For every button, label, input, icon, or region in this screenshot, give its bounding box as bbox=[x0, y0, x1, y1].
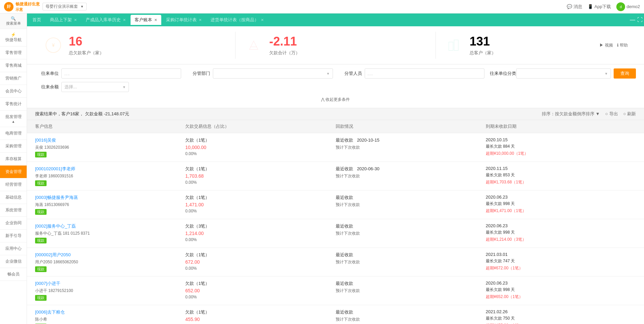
debt-info-1: 欠款（1笔） 1,703.68 0.00% bbox=[185, 166, 335, 185]
sidebar-item-inventory[interactable]: 库存核算 bbox=[0, 153, 27, 166]
message-button[interactable]: 💬 消息 bbox=[567, 4, 582, 10]
debt-amount-2[interactable]: 1,471.00 bbox=[185, 202, 335, 207]
debt-count-2: 欠款（1笔） bbox=[185, 195, 335, 201]
data-table: 客户信息 欠款交易信息（占比） 回款情况 到期未收款日期 [0016]吴俊 吴俊… bbox=[27, 120, 644, 324]
due-days-2: 最长欠款 998 天 bbox=[486, 201, 636, 207]
sidebar-item-members[interactable]: 会员中心 bbox=[0, 85, 27, 98]
top-bar-left: 好 畅捷通好生意 示意 母婴行业演示账套 ▼ bbox=[4, 1, 87, 12]
person-input[interactable]: ... bbox=[365, 68, 484, 79]
due-days-6: 最长欠款 750 天 bbox=[486, 316, 636, 321]
sidebar-item-batch-mgmt[interactable]: 批发管理 ▲ bbox=[0, 111, 27, 127]
help-button[interactable]: ℹ 帮助 bbox=[617, 42, 628, 48]
sidebar-item-marketing[interactable]: 营销推广 bbox=[0, 72, 27, 85]
table-row: [0002]服务中心_丁磊 服务中心_丁磊 181 0125 8371 现款 欠… bbox=[27, 219, 644, 248]
sidebar-item-retail-stats[interactable]: 零售统计 bbox=[0, 98, 27, 111]
supplier-input[interactable]: ... bbox=[61, 68, 181, 79]
due-overdue-2[interactable]: 超期¥1,471.00（1笔） bbox=[486, 208, 636, 214]
customer-name-5[interactable]: [0007]小进干 bbox=[35, 281, 185, 287]
view-video-button[interactable]: ▶ 视频 bbox=[599, 42, 613, 48]
debt-amount-4[interactable]: 672.00 bbox=[185, 259, 335, 265]
sidebar-item-retail-store[interactable]: 零售商城 bbox=[0, 59, 27, 72]
user-menu[interactable]: d demo2 bbox=[616, 2, 640, 11]
tab-incoming-stats[interactable]: 进货单统计表（按商品） ✕ bbox=[206, 15, 268, 25]
query-button[interactable]: 查询 bbox=[614, 68, 636, 79]
sidebar-item-system[interactable]: 系统管理 bbox=[0, 204, 27, 217]
customer-name-0[interactable]: [0016]吴俊 bbox=[35, 137, 185, 143]
tab-close-product-history[interactable]: ✕ bbox=[123, 18, 126, 22]
sidebar-item-basic-info[interactable]: 基础信息 bbox=[0, 191, 27, 204]
due-overdue-0[interactable]: 超期¥10,000.00（1笔） bbox=[486, 151, 636, 156]
recovery-last-3: 最近收款 bbox=[336, 223, 486, 229]
debt-customers-label: 总欠款客户（家） bbox=[69, 50, 104, 56]
collapse-filters-button[interactable]: ⋀ 收起更多条件 bbox=[35, 95, 636, 104]
sidebar-item-finance[interactable]: 资金管理 bbox=[0, 166, 27, 178]
sidebar-item-enterprise[interactable]: 企业协同 bbox=[0, 217, 27, 230]
sidebar-item-operations[interactable]: 经营管理 bbox=[0, 178, 27, 191]
sidebar-item-purchase[interactable]: 采购管理 bbox=[0, 140, 27, 153]
sidebar-item-quick-nav[interactable]: ⚡ 快捷导航 bbox=[0, 29, 27, 47]
export-button[interactable]: ○ 导出 bbox=[605, 111, 618, 117]
summary-cards: ¥ 16 总欠款客户（家） bbox=[27, 26, 644, 64]
customer-info-1: [0001020001]李老师 李老师 18600391516 现款 bbox=[35, 166, 185, 186]
customer-name-3[interactable]: [0002]服务中心_丁磊 bbox=[35, 223, 185, 229]
sidebar-item-changhui[interactable]: 畅会员 bbox=[0, 268, 27, 281]
debt-percent-5: 0.00% bbox=[185, 295, 335, 299]
card-actions: ▶ 视频 ℹ 帮助 bbox=[599, 42, 628, 48]
tab-customer-account[interactable]: 客户账本 ✕ bbox=[131, 15, 161, 25]
filter-balance: 往来余额 选择... ▼ bbox=[35, 82, 636, 92]
due-days-4: 最长欠款 747 天 bbox=[486, 258, 636, 264]
customer-name-6[interactable]: [0006]去下粮仓 bbox=[35, 309, 185, 315]
debt-amount-3[interactable]: 1,214.00 bbox=[185, 231, 335, 236]
sidebar-item-ecommerce[interactable]: 电商管理 bbox=[0, 127, 27, 140]
table-row: [0003]畅捷服务尹海蒸 海蒸 18513066976 现款 欠款（1笔） 1… bbox=[27, 190, 644, 219]
tab-close-product-status[interactable]: ✕ bbox=[74, 18, 77, 22]
app-download-button[interactable]: 📱 App下载 bbox=[588, 4, 611, 10]
recovery-info-2: 最近收款 预计下次收款 bbox=[336, 195, 486, 208]
tab-close-incoming-stats[interactable]: ✕ bbox=[261, 18, 264, 22]
sidebar-search[interactable]: 🔍 搜索菜单 bbox=[0, 13, 27, 29]
tab-purchase-order[interactable]: 采购订单统计表 ✕ bbox=[162, 15, 206, 25]
tab-product-status[interactable]: 商品上下架 ✕ bbox=[46, 15, 81, 25]
customer-name-4[interactable]: [000002]用户2050 bbox=[35, 252, 185, 258]
balance-select[interactable]: 选择... ▼ bbox=[61, 82, 129, 92]
due-overdue-5[interactable]: 超期¥652.00（1笔） bbox=[486, 294, 636, 300]
due-overdue-6[interactable]: 超期¥455.90（1笔） bbox=[486, 323, 636, 324]
due-overdue-3[interactable]: 超期¥1,214.00（3笔） bbox=[486, 237, 636, 242]
sidebar-item-new-guide[interactable]: 新手引导 bbox=[0, 230, 27, 242]
sidebar-item-app-center[interactable]: 应用中心 bbox=[0, 242, 27, 255]
sidebar-item-enterprise-wechat[interactable]: 企业微信 bbox=[0, 255, 27, 268]
refresh-button[interactable]: ○ 刷新 bbox=[623, 111, 636, 117]
customer-phone-1: 李老师 18600391516 bbox=[35, 173, 185, 179]
tab-maximize-icon[interactable]: ⛶ bbox=[637, 17, 643, 23]
category-chevron-icon: ▼ bbox=[605, 72, 608, 76]
company-selector[interactable]: 母婴行业演示账套 ▼ bbox=[43, 3, 87, 10]
debt-percent-1: 0.00% bbox=[185, 180, 335, 185]
due-date-info-5: 2020.06.23 最长欠款 998 天 超期¥652.00（1笔） bbox=[486, 281, 636, 300]
customer-info-5: [0007]小进干 小进干 18279152100 现款 bbox=[35, 281, 185, 301]
tab-bar-actions: — ⛶ bbox=[630, 17, 643, 23]
help-icon: ℹ bbox=[617, 43, 619, 48]
debt-amount-1[interactable]: 1,703.68 bbox=[185, 173, 335, 179]
customer-tag-4: 现款 bbox=[35, 266, 47, 272]
tab-close-customer-account[interactable]: ✕ bbox=[154, 18, 157, 22]
tab-product-history[interactable]: 产成品入库单历史 ✕ bbox=[82, 15, 130, 25]
recovery-last-4: 最近收款 bbox=[336, 252, 486, 258]
customer-name-1[interactable]: [0001020001]李老师 bbox=[35, 166, 185, 172]
sort-button[interactable]: 排序：按欠款金额倒序排序 ▼ bbox=[542, 111, 600, 117]
tab-minimize-icon[interactable]: — bbox=[630, 17, 635, 23]
summary-card-debt-total: -2.11 欠款合计（万） bbox=[235, 32, 436, 59]
dept-select[interactable]: ▼ bbox=[213, 68, 333, 79]
due-date-info-6: 2021.02.26 最长欠款 750 天 超期¥455.90（1笔） bbox=[486, 309, 636, 324]
category-select[interactable]: ▼ bbox=[516, 68, 611, 79]
due-overdue-1[interactable]: 超期¥1,703.68（1笔） bbox=[486, 179, 636, 185]
due-overdue-4[interactable]: 超期¥672.00（1笔） bbox=[486, 265, 636, 271]
tab-home[interactable]: 首页 bbox=[28, 15, 45, 25]
tab-close-purchase-order[interactable]: ✕ bbox=[199, 18, 202, 22]
sidebar-item-retail-mgmt[interactable]: 零售管理 bbox=[0, 47, 27, 59]
debt-amount-6[interactable]: 455.90 bbox=[185, 317, 335, 322]
customer-tag-1: 现款 bbox=[35, 180, 47, 186]
supplier-dots: ... bbox=[64, 71, 70, 76]
customer-name-2[interactable]: [0003]畅捷服务尹海蒸 bbox=[35, 195, 185, 201]
debt-amount-5[interactable]: 652.00 bbox=[185, 288, 335, 293]
debt-amount-0[interactable]: 10,000.00 bbox=[185, 145, 335, 150]
